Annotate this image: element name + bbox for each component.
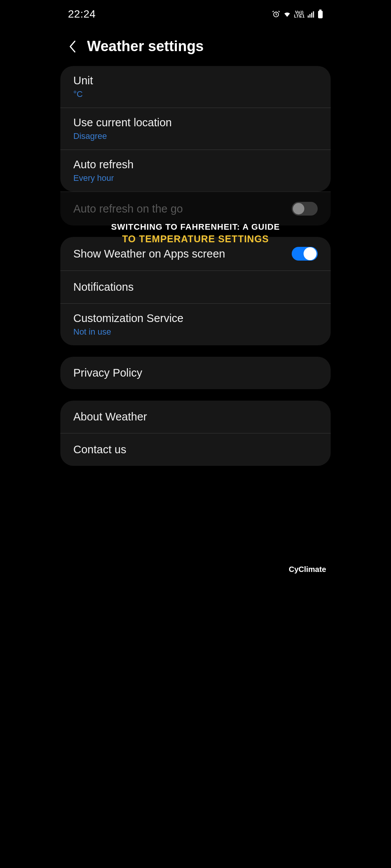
- back-button[interactable]: [66, 40, 79, 53]
- toggle-knob: [293, 203, 304, 214]
- status-bar: 22:24 Vo)) LTE1: [58, 0, 333, 23]
- svg-rect-3: [311, 13, 312, 18]
- location-row[interactable]: Use current location Disagree: [60, 108, 331, 150]
- auto-refresh-label: Auto refresh: [73, 158, 318, 171]
- privacy-policy-row[interactable]: Privacy Policy: [60, 357, 331, 389]
- settings-group-display: Show Weather on Apps screen Notification…: [60, 237, 331, 345]
- svg-rect-6: [319, 10, 322, 11]
- about-weather-label: About Weather: [73, 411, 318, 423]
- auto-refresh-value: Every hour: [73, 173, 318, 183]
- watermark: CyClimate: [289, 565, 326, 574]
- unit-label: Unit: [73, 74, 318, 87]
- contact-us-label: Contact us: [73, 443, 318, 456]
- svg-rect-5: [318, 11, 323, 18]
- customization-row[interactable]: Customization Service Not in use: [60, 303, 331, 345]
- customization-value: Not in use: [73, 327, 318, 337]
- page-title: Weather settings: [87, 38, 204, 55]
- chevron-left-icon: [68, 40, 77, 53]
- auto-refresh-ongo-label: Auto refresh on the go: [73, 203, 183, 215]
- svg-rect-1: [308, 16, 309, 18]
- customization-label: Customization Service: [73, 312, 318, 325]
- settings-group-privacy: Privacy Policy: [60, 357, 331, 389]
- page-header: Weather settings: [58, 27, 333, 66]
- notifications-row[interactable]: Notifications: [60, 271, 331, 303]
- privacy-policy-label: Privacy Policy: [73, 367, 318, 379]
- notifications-label: Notifications: [73, 281, 318, 293]
- battery-icon: [318, 10, 323, 19]
- settings-group-about: About Weather Contact us: [60, 401, 331, 466]
- location-value: Disagree: [73, 131, 318, 141]
- auto-refresh-ongo-group: Auto refresh on the go: [60, 192, 331, 225]
- status-icons: Vo)) LTE1: [272, 10, 323, 19]
- svg-rect-4: [313, 11, 314, 18]
- show-weather-row[interactable]: Show Weather on Apps screen: [60, 237, 331, 271]
- svg-rect-2: [309, 14, 310, 18]
- auto-refresh-ongo-toggle[interactable]: [292, 202, 318, 216]
- auto-refresh-row[interactable]: Auto refresh Every hour: [60, 150, 331, 192]
- unit-row[interactable]: Unit °C: [60, 66, 331, 108]
- alarm-icon: [272, 10, 280, 18]
- show-weather-label: Show Weather on Apps screen: [73, 248, 225, 260]
- unit-value: °C: [73, 89, 318, 99]
- toggle-knob: [304, 247, 317, 260]
- show-weather-toggle[interactable]: [292, 247, 318, 261]
- settings-group-general: Unit °C Use current location Disagree Au…: [60, 66, 331, 192]
- about-weather-row[interactable]: About Weather: [60, 401, 331, 433]
- status-time: 22:24: [68, 8, 96, 20]
- signal-icon: [307, 10, 315, 18]
- contact-us-row[interactable]: Contact us: [60, 433, 331, 466]
- location-label: Use current location: [73, 116, 318, 129]
- wifi-icon: [283, 10, 292, 18]
- network-lte-icon: Vo)) LTE1: [294, 10, 305, 18]
- auto-refresh-ongo-row[interactable]: Auto refresh on the go: [60, 192, 331, 225]
